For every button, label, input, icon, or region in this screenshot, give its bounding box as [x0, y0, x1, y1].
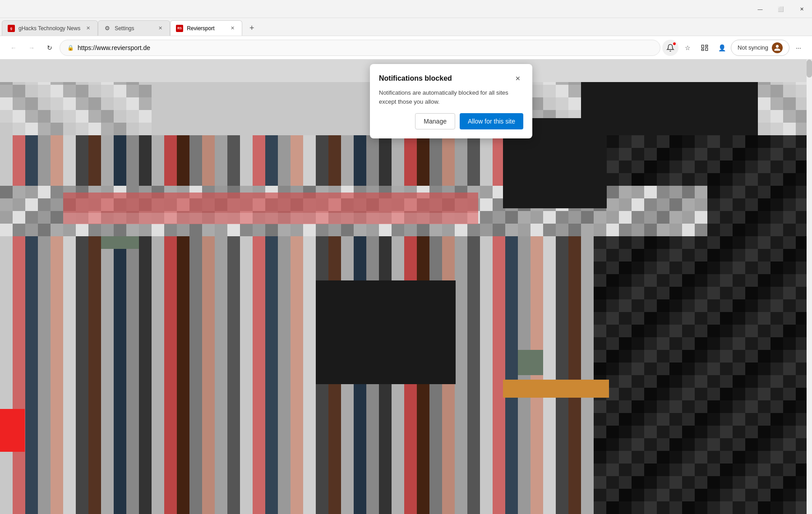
tab-bar: g gHacks Technology News ✕ ⚙ Settings ✕ …: [0, 18, 812, 36]
ghacks-favicon-icon: g: [8, 25, 15, 32]
tab-reviersport[interactable]: RS Reviersport ✕: [170, 20, 242, 36]
popup-header: Notifications blocked ✕: [379, 73, 523, 84]
popup-close-button[interactable]: ✕: [512, 73, 523, 84]
tab-close-settings[interactable]: ✕: [156, 24, 164, 32]
popup-body: Notifications are automatically blocked …: [379, 88, 523, 106]
manage-button[interactable]: Manage: [415, 113, 455, 129]
tab-favicon-reviersport: RS: [176, 25, 183, 32]
notifications-button[interactable]: [662, 40, 678, 56]
scrollbar-track[interactable]: [807, 60, 812, 514]
browser-content: Notifications blocked ✕ Notifications ar…: [0, 60, 812, 514]
collections-button[interactable]: [697, 40, 713, 56]
lock-icon: 🔒: [67, 45, 74, 51]
profile-button[interactable]: 👤: [714, 40, 730, 56]
title-bar: — ⬜ ✕: [0, 0, 812, 18]
close-button[interactable]: ✕: [791, 0, 812, 18]
tab-title-settings: Settings: [115, 25, 152, 32]
maximize-button[interactable]: ⬜: [770, 0, 791, 18]
window-controls: — ⬜ ✕: [750, 0, 812, 18]
tab-title-ghacks: gHacks Technology News: [18, 25, 80, 32]
not-syncing-label: Not syncing: [738, 44, 768, 51]
notification-badge: [673, 42, 676, 46]
nav-bar: ← → ↻ 🔒 https://www.reviersport.de ☆: [0, 36, 812, 60]
profile-avatar: [772, 42, 783, 53]
address-bar[interactable]: 🔒 https://www.reviersport.de: [60, 40, 660, 56]
svg-rect-3: [701, 49, 704, 50]
nav-tools: ☆ 👤 Not syncing ···: [662, 40, 807, 56]
popup-actions: Manage Allow for this site: [379, 113, 523, 129]
tab-settings[interactable]: ⚙ Settings ✕: [98, 20, 170, 36]
back-button[interactable]: ←: [5, 40, 22, 56]
svg-rect-2: [706, 48, 708, 50]
forward-button[interactable]: →: [23, 40, 40, 56]
popup-title: Notifications blocked: [379, 74, 452, 83]
url-display: https://www.reviersport.de: [78, 44, 150, 51]
new-tab-button[interactable]: +: [244, 20, 259, 36]
tab-close-reviersport[interactable]: ✕: [228, 24, 236, 32]
not-syncing-button[interactable]: Not syncing: [731, 40, 789, 56]
allow-for-this-site-button[interactable]: Allow for this site: [460, 113, 523, 129]
tab-favicon-settings: ⚙: [104, 25, 111, 32]
refresh-button[interactable]: ↻: [42, 40, 58, 56]
tab-close-ghacks[interactable]: ✕: [84, 24, 92, 32]
svg-rect-0: [701, 45, 704, 48]
tab-ghacks[interactable]: g gHacks Technology News ✕: [2, 20, 98, 36]
more-button[interactable]: ···: [790, 40, 807, 56]
scrollbar-thumb[interactable]: [807, 60, 812, 78]
tab-favicon-ghacks: g: [8, 25, 15, 32]
rs-favicon-icon: RS: [176, 25, 183, 32]
favorites-button[interactable]: ☆: [679, 40, 696, 56]
notification-popup: Notifications blocked ✕ Notifications ar…: [370, 64, 532, 138]
tab-title-reviersport: Reviersport: [187, 25, 225, 32]
settings-favicon-icon: ⚙: [104, 25, 111, 32]
svg-rect-1: [706, 45, 708, 46]
minimize-button[interactable]: —: [750, 0, 770, 18]
